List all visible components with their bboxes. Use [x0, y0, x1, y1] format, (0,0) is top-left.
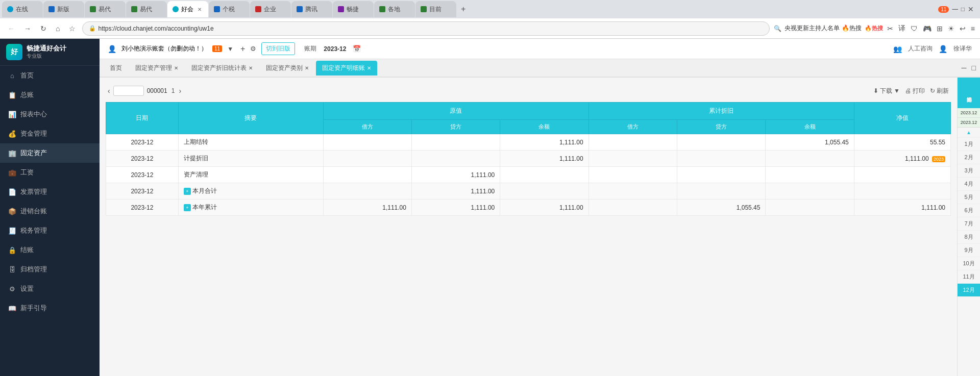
close-btn[interactable]: ✕ [968, 5, 974, 13]
period-year2[interactable]: 2023.12 [958, 118, 980, 128]
period-expand-btn[interactable]: ▲ [958, 128, 980, 138]
tab-haohui[interactable]: 好会 ✕ [167, 1, 208, 17]
cell-accum-debit-2 [589, 167, 677, 183]
sidebar-item-tax[interactable]: 🧾 税务管理 [0, 221, 100, 240]
sidebar-item-close-account[interactable]: 🔒 结账 [0, 240, 100, 260]
add-account-btn[interactable]: + [240, 44, 245, 54]
tab-yidai2[interactable]: 易代 [126, 1, 167, 17]
tab-label-yidai1: 易代 [99, 5, 111, 14]
period-month-8[interactable]: 8月 [958, 231, 980, 244]
page-tab-close-depreciation-stat[interactable]: ✕ [249, 65, 253, 71]
maximize-window-btn[interactable]: □ [972, 64, 976, 72]
sidebar-item-invoice[interactable]: 📄 发票管理 [0, 182, 100, 202]
dropdown-icon[interactable]: ▼ [227, 45, 233, 53]
period-month-2[interactable]: 2月 [958, 151, 980, 164]
tab-close-haohui[interactable]: ✕ [198, 7, 202, 12]
user-service-label[interactable]: 人工咨询 [908, 44, 933, 53]
page-tab-asset-mgmt[interactable]: 固定资产管理 ✕ [129, 61, 184, 76]
sun-icon[interactable]: ☀ [948, 24, 954, 33]
tab-label-geshui: 个税 [223, 5, 235, 14]
tab-geshui[interactable]: 个税 [209, 1, 250, 17]
page-tab-home[interactable]: 首页 [104, 61, 128, 76]
sidebar-item-settings[interactable]: ⚙ 设置 [0, 279, 100, 298]
period-month-5[interactable]: 5月 [958, 191, 980, 204]
period-month-3[interactable]: 3月 [958, 164, 980, 178]
tab-yidai1[interactable]: 易代 [85, 1, 126, 17]
page-tab-close-asset-detail[interactable]: ✕ [367, 65, 371, 71]
account-selector-icon: 👤 [108, 45, 116, 53]
period-month-1[interactable]: 1月 [958, 138, 980, 151]
download-dropdown-icon[interactable]: ▼ [894, 87, 900, 94]
new-tab-button[interactable]: + [457, 3, 470, 16]
period-month-9[interactable]: 9月 [958, 244, 980, 257]
refresh-btn[interactable]: ↻ 刷新 [930, 87, 949, 95]
refresh-nav-button[interactable]: ↻ [38, 23, 49, 34]
cell-accum-credit-0 [677, 134, 766, 151]
maximize-btn[interactable]: □ [961, 6, 965, 13]
prev-page-btn[interactable]: ‹ [108, 87, 110, 95]
table-row: 2023-12 上期结转 1,111.00 1,055.45 55.55 [106, 134, 951, 151]
sidebar-item-salary[interactable]: 💼 工资 [0, 163, 100, 182]
table-wrapper: 日期 摘要 原值 累计折旧 净值 借方 贷方 余额 借方 [106, 102, 951, 371]
period-month-10[interactable]: 10月 [958, 257, 980, 270]
sidebar-item-guide[interactable]: 📖 新手引导 [0, 298, 100, 318]
sidebar-logo: 好 畅捷通好会计 专业版 [0, 39, 100, 66]
sidebar-item-report[interactable]: 📊 报表中心 [0, 105, 100, 124]
page-tab-label-home: 首页 [110, 64, 122, 72]
cell-accum-credit-4: 1,055.45 [677, 199, 766, 216]
page-tab-asset-detail[interactable]: 固定资产明细账 ✕ [316, 61, 377, 76]
page-tab-close-asset-category[interactable]: ✕ [305, 65, 309, 71]
tab-label-qiye: 企业 [264, 5, 276, 14]
home-nav-button[interactable]: ⌂ [53, 23, 62, 34]
period-month-12[interactable]: 12月 [958, 284, 980, 297]
minimize-window-btn[interactable]: ─ [962, 64, 967, 72]
page-number-input[interactable] [113, 86, 144, 96]
scissors-icon[interactable]: ✂ [887, 24, 893, 33]
tab-muqian[interactable]: 目前 [415, 1, 456, 17]
tab-online[interactable]: 在线 [2, 1, 43, 17]
tab-qiye[interactable]: 企业 [250, 1, 291, 17]
sidebar-item-asset[interactable]: 🏢 固定资产 [0, 143, 100, 163]
translate-icon[interactable]: 译 [898, 24, 905, 33]
sidebar-item-ledger[interactable]: 📋 总账 [0, 85, 100, 105]
shield-icon[interactable]: 🛡 [911, 24, 918, 33]
settings-small-icon[interactable]: ⚙ [250, 45, 256, 53]
print-btn[interactable]: 🖨 打印 [905, 87, 925, 95]
next-page-btn[interactable]: › [179, 87, 181, 95]
chart-icon: 📊 [8, 110, 16, 118]
page-tab-asset-category[interactable]: 固定资产类别 ✕ [260, 61, 315, 76]
cell-accum-debit-1 [589, 151, 677, 167]
switch-version-btn[interactable]: 切到旧版 [261, 42, 295, 55]
page-tab-close-asset-mgmt[interactable]: ✕ [174, 65, 178, 71]
menu-icon[interactable]: ≡ [971, 24, 975, 33]
page-tab-depreciation-stat[interactable]: 固定资产折旧统计表 ✕ [185, 61, 259, 76]
period-month-7[interactable]: 7月 [958, 217, 980, 231]
calendar-icon[interactable]: 📅 [353, 45, 361, 53]
period-month-11[interactable]: 11月 [958, 270, 980, 284]
tab-tencent[interactable]: 腾讯 [291, 1, 332, 17]
tab-gedi[interactable]: 各地 [374, 1, 415, 17]
tab-label-yidai2: 易代 [140, 5, 152, 14]
col-summary-header: 摘要 [178, 103, 323, 134]
back-button[interactable]: ← [5, 23, 17, 34]
minimize-btn[interactable]: ─ [952, 5, 958, 14]
period-month-6[interactable]: 6月 [958, 204, 980, 217]
tab-new[interactable]: 新版 [43, 1, 84, 17]
account-badge: 11 [212, 45, 222, 52]
archive-icon: 🗄 [8, 265, 16, 273]
star-button[interactable]: ☆ [66, 23, 78, 34]
sidebar-item-home[interactable]: ⌂ 首页 [0, 66, 100, 85]
game-icon[interactable]: 🎮 [923, 24, 932, 33]
download-btn[interactable]: ⬇ 下载 ▼ [873, 87, 900, 95]
cell-orig-balance-0: 1,111.00 [500, 134, 589, 151]
period-month-4[interactable]: 4月 [958, 178, 980, 191]
back-arrow-icon[interactable]: ↩ [960, 24, 966, 33]
sidebar-item-trade[interactable]: 📦 进销台账 [0, 202, 100, 221]
url-bar[interactable]: 🔒 https://cloud.chanjet.com/accounting/u… [82, 21, 770, 36]
period-year1[interactable]: 2023.12 [958, 108, 980, 118]
grid-icon[interactable]: ⊞ [937, 24, 943, 33]
forward-button[interactable]: → [21, 23, 34, 34]
tab-changjie[interactable]: 畅捷 [333, 1, 374, 17]
sidebar-item-archive[interactable]: 🗄 归档管理 [0, 260, 100, 279]
sidebar-item-cash[interactable]: 💰 资金管理 [0, 124, 100, 143]
